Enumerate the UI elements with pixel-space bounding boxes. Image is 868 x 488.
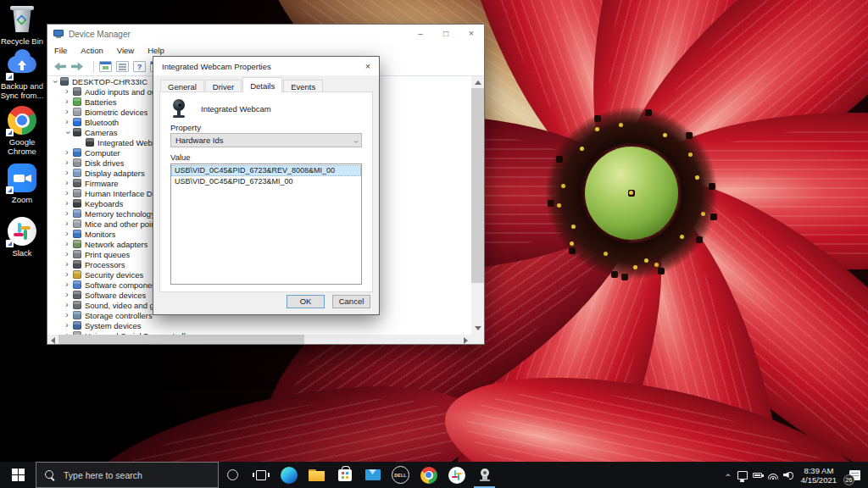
title-bar[interactable]: Device Manager – □ ×	[47, 25, 484, 43]
value-item[interactable]: USB\VID_0C45&PID_6723&REV_8008&MI_00	[171, 165, 361, 176]
desktop-icon-label: Backup and Sync from...	[0, 82, 44, 100]
minimize-button[interactable]: –	[408, 25, 433, 43]
ok-button[interactable]: OK	[287, 295, 325, 308]
horizontal-scrollbar[interactable]	[47, 335, 471, 344]
property-dropdown[interactable]: Hardware Ids ›	[170, 133, 362, 147]
chevron-right-icon[interactable]: ›	[63, 250, 71, 258]
chevron-right-icon[interactable]: ›	[63, 270, 71, 279]
chevron-right-icon[interactable]: ›	[63, 240, 71, 248]
chevron-right-icon[interactable]: ›	[63, 209, 71, 218]
battery-button[interactable]	[750, 462, 765, 488]
desktop-icon-slack[interactable]: Slack	[0, 216, 44, 258]
task-view-icon	[256, 470, 266, 480]
search-input[interactable]	[62, 469, 198, 481]
notification-center-button[interactable]: 26	[843, 462, 865, 488]
menu-action[interactable]: Action	[74, 46, 109, 55]
taskbar-search[interactable]	[36, 462, 219, 488]
chevron-right-icon[interactable]: ›	[63, 179, 71, 187]
scrollbar-thumb[interactable]	[471, 88, 484, 283]
network-button[interactable]	[765, 462, 781, 488]
forward-icon[interactable]	[71, 63, 83, 71]
details-tab-page: Integrated Webcam Property Hardware Ids …	[159, 92, 373, 292]
tree-item-label: Software components	[85, 280, 163, 290]
close-icon[interactable]: ×	[357, 57, 379, 75]
chevron-right-icon[interactable]: ›	[63, 158, 71, 167]
chevron-down-icon: ›	[350, 141, 363, 143]
meet-now-button[interactable]	[735, 462, 750, 488]
device-manager-taskbar-button[interactable]	[470, 462, 498, 488]
chrome-taskbar-button[interactable]	[415, 462, 442, 488]
chevron-right-icon[interactable]: ›	[63, 118, 71, 126]
zoom-icon	[7, 163, 37, 193]
toolbar-separator	[93, 61, 94, 73]
slack-icon	[7, 216, 37, 247]
chevron-right-icon[interactable]: ›	[63, 87, 71, 96]
scrollbar-corner	[471, 335, 484, 344]
taskbar-clock[interactable]: 8:39 AM 4/15/2021	[801, 466, 837, 485]
chevron-right-icon[interactable]: ›	[63, 219, 71, 228]
edge-taskbar-button[interactable]	[275, 462, 303, 488]
firmware-chip-icon	[73, 179, 81, 187]
chevron-down-icon[interactable]: ›	[51, 78, 59, 86]
dialog-title-bar[interactable]: Integrated Webcam Properties ×	[153, 57, 379, 75]
menu-file[interactable]: File	[47, 46, 74, 55]
software-device-icon	[73, 291, 81, 299]
cancel-button[interactable]: Cancel	[332, 295, 370, 308]
chevron-right-icon[interactable]: ›	[63, 321, 71, 330]
chevron-right-icon[interactable]: ›	[63, 189, 71, 197]
desktop-icon-google-chrome[interactable]: Google Chrome	[0, 105, 44, 156]
volume-button[interactable]	[781, 462, 796, 488]
chevron-right-icon[interactable]: ›	[63, 108, 71, 116]
chevron-down-icon[interactable]: ›	[64, 129, 72, 137]
file-explorer-button[interactable]	[303, 462, 331, 488]
chevron-right-icon[interactable]: ›	[63, 97, 71, 106]
store-button[interactable]	[331, 462, 359, 488]
value-item[interactable]: USB\VID_0C45&PID_6723&MI_00	[171, 176, 361, 187]
chevron-right-icon[interactable]: ›	[63, 291, 71, 299]
mail-button[interactable]	[359, 462, 387, 488]
hidden-icons-button[interactable]: ›	[720, 462, 735, 488]
vertical-scrollbar[interactable]	[471, 76, 484, 335]
cpu-icon	[73, 260, 81, 269]
dell-button[interactable]: DELL	[387, 462, 415, 488]
chevron-right-icon[interactable]: ›	[63, 230, 71, 238]
disk-drive-icon	[73, 158, 81, 167]
scroll-down-icon[interactable]	[475, 326, 481, 330]
clock-date: 4/15/2021	[801, 475, 837, 485]
chevron-right-icon[interactable]: ›	[63, 148, 71, 157]
tree-item-system-devices[interactable]: ›System devices	[47, 320, 471, 330]
tab-events[interactable]: Events	[283, 80, 323, 92]
file-explorer-icon	[309, 469, 325, 481]
menu-view[interactable]: View	[110, 46, 141, 55]
start-button[interactable]	[0, 462, 36, 488]
chevron-right-icon[interactable]: ›	[63, 311, 71, 319]
properties-icon[interactable]	[116, 61, 129, 72]
task-view-button[interactable]	[247, 462, 275, 488]
chevron-right-icon[interactable]: ›	[63, 169, 71, 177]
cortana-button[interactable]	[219, 462, 247, 488]
chevron-right-icon[interactable]: ›	[63, 199, 71, 208]
scroll-right-icon[interactable]	[464, 337, 468, 344]
maximize-button[interactable]: □	[433, 25, 459, 43]
tab-driver[interactable]: Driver	[205, 80, 242, 92]
chevron-right-icon[interactable]: ›	[63, 260, 71, 269]
slack-taskbar-button[interactable]	[442, 462, 470, 488]
chevron-right-icon[interactable]: ›	[63, 280, 71, 289]
scroll-up-icon[interactable]	[475, 80, 481, 85]
chevron-right-icon[interactable]: ›	[63, 301, 71, 309]
desktop-icon-zoom[interactable]: Zoom	[0, 163, 44, 205]
menu-help[interactable]: Help	[141, 46, 171, 55]
scroll-left-icon[interactable]	[51, 337, 55, 344]
scrollbar-thumb[interactable]	[58, 335, 304, 344]
value-list[interactable]: USB\VID_0C45&PID_6723&REV_8008&MI_00USB\…	[170, 164, 362, 285]
back-icon[interactable]	[54, 63, 66, 71]
tab-general[interactable]: General	[160, 80, 204, 92]
tab-details[interactable]: Details	[242, 77, 282, 92]
close-button[interactable]: ×	[459, 25, 484, 43]
printer-icon	[73, 250, 81, 258]
desktop-icon-recycle-bin[interactable]: Recycle Bin	[0, 4, 44, 47]
tree-item-label: Cameras	[85, 128, 118, 137]
desktop-icon-backup-and-sync[interactable]: Backup and Sync from...	[0, 49, 44, 100]
console-window-icon[interactable]	[99, 61, 112, 72]
help-icon[interactable]: ?	[133, 61, 146, 72]
